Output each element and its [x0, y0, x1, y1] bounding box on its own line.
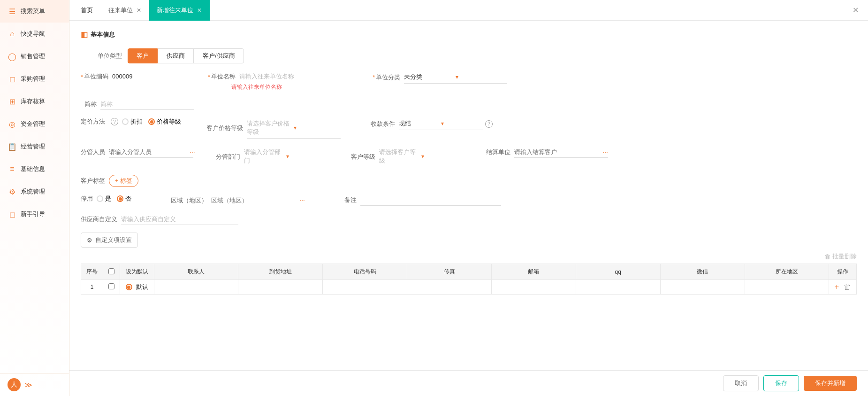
tab-contacts-close[interactable]: ✕ — [137, 7, 141, 14]
radio-circle-price-level — [148, 118, 155, 125]
unit-category-dropdown[interactable]: 未分类 ▾ — [404, 71, 507, 84]
search-menu-icon: ☰ — [8, 7, 17, 16]
sidebar-item-system[interactable]: ⚙ 系统管理 — [0, 180, 69, 203]
row-region-input[interactable] — [750, 284, 824, 290]
sidebar-item-label: 采购管理 — [21, 75, 45, 83]
default-radio[interactable]: 默认 — [125, 283, 149, 291]
th-fax: 传真 — [407, 264, 492, 280]
sales-icon: ◯ — [8, 52, 17, 61]
unit-category-arrow[interactable]: ▾ — [456, 74, 507, 80]
unit-btn-both[interactable]: 客户/供应商 — [194, 48, 244, 63]
custom-settings-btn[interactable]: ⚙ 自定义项设置 — [81, 233, 138, 248]
disabled-no-radio[interactable]: 否 — [117, 194, 131, 203]
add-row-btn[interactable]: + — [835, 283, 839, 291]
sidebar-item-operations[interactable]: 📋 经营管理 — [0, 135, 69, 158]
operations-icon: 📋 — [8, 142, 17, 151]
short-name-input[interactable] — [100, 99, 194, 110]
notes-input[interactable] — [360, 194, 501, 206]
radio-yes-circle — [97, 195, 103, 202]
fax-input[interactable] — [412, 284, 487, 290]
customer-level-arrow[interactable]: ▾ — [421, 153, 464, 160]
tab-home-label: 首页 — [81, 6, 93, 15]
tab-new-contact-label: 新增往来单位 — [157, 6, 193, 15]
sidebar-item-finance[interactable]: ◎ 资金管理 — [0, 113, 69, 135]
settlement-unit-wrap: ··· — [514, 146, 608, 158]
department-dropdown[interactable]: 请输入分管部门 ▾ — [244, 146, 328, 167]
form-row-disabled: 停用 是 否 区域（地区） — [81, 194, 857, 206]
email-input[interactable] — [496, 284, 571, 290]
pricing-price-level-label: 价格等级 — [157, 117, 181, 126]
department-arrow[interactable]: ▾ — [286, 153, 328, 160]
form-row-supplier-custom: 供应商自定义 — [81, 214, 857, 225]
unit-category-value: 未分类 — [404, 73, 456, 81]
payment-terms-arrow[interactable]: ▾ — [441, 120, 483, 127]
th-phone: 电话号码 — [323, 264, 407, 280]
sidebar-item-label: 新手引导 — [21, 210, 45, 218]
tab-new-contact[interactable]: 新增往来单位 ✕ — [149, 0, 210, 21]
th-default: 设为默认 — [120, 264, 154, 280]
delete-row-btn[interactable]: 🗑 — [844, 283, 851, 291]
tab-home[interactable]: 首页 — [73, 0, 101, 21]
th-index: 序号 — [81, 264, 103, 280]
region-input[interactable] — [211, 197, 297, 204]
pricing-radio-discount[interactable]: 折扣 — [122, 117, 143, 126]
short-name-label: 简称 — [81, 100, 100, 109]
manager-input[interactable] — [109, 148, 188, 155]
wechat-input[interactable] — [665, 284, 740, 290]
sidebar-item-guide[interactable]: ◻ 新手引导 — [0, 203, 69, 225]
field-unit-code: * 单位编码 — [81, 71, 197, 82]
sidebar-item-inventory[interactable]: ⊞ 库存核算 — [0, 90, 69, 113]
pricing-help-icon[interactable]: ? — [111, 118, 118, 125]
sidebar-item-sales[interactable]: ◯ 销售管理 — [0, 45, 69, 68]
payment-terms-value: 现结 — [399, 119, 441, 128]
field-unit-category: * 单位分类 未分类 ▾ — [373, 71, 507, 84]
batch-delete-label: 批量删除 — [832, 252, 857, 261]
add-tag-btn[interactable]: + 标签 — [109, 175, 138, 187]
cancel-button[interactable]: 取消 — [723, 375, 759, 391]
sidebar-item-label: 搜索菜单 — [21, 7, 45, 16]
settlement-unit-input[interactable] — [514, 148, 601, 155]
user-avatar[interactable]: 人 — [8, 378, 21, 391]
disabled-yes-radio[interactable]: 是 — [97, 194, 111, 203]
manager-dots-btn[interactable]: ··· — [188, 148, 195, 155]
select-all-checkbox[interactable] — [108, 268, 114, 274]
payment-terms-dropdown[interactable]: 现结 ▾ — [399, 117, 483, 130]
phone-input[interactable] — [327, 284, 402, 290]
supplier-custom-input[interactable] — [121, 214, 238, 225]
tab-new-contact-close[interactable]: ✕ — [197, 7, 202, 14]
unit-name-label: 单位名称 — [211, 72, 239, 81]
customer-price-arrow[interactable]: ▾ — [294, 124, 341, 131]
settlement-dots-btn[interactable]: ··· — [601, 148, 608, 155]
sidebar-expand-btn[interactable]: ≫ — [24, 380, 32, 389]
row-phone — [323, 280, 407, 295]
guide-icon: ◻ — [8, 210, 17, 219]
row-address — [238, 280, 323, 295]
row-checkbox[interactable] — [108, 283, 114, 289]
save-and-new-button[interactable]: 保存并新增 — [804, 376, 857, 391]
sidebar-item-quick-nav[interactable]: ⌂ 快捷导航 — [0, 23, 69, 45]
inventory-icon: ⊞ — [8, 97, 17, 106]
sidebar-item-purchase[interactable]: ◻ 采购管理 — [0, 68, 69, 90]
row-email — [492, 280, 576, 295]
address-input[interactable] — [243, 284, 318, 290]
batch-delete-btn[interactable]: 🗑 批量删除 — [824, 252, 857, 261]
pricing-radio-price-level[interactable]: 价格等级 — [148, 117, 181, 126]
sidebar-item-basic-info[interactable]: ≡ 基础信息 — [0, 158, 69, 180]
contact-input[interactable] — [159, 284, 234, 290]
unit-btn-supplier[interactable]: 供应商 — [158, 48, 194, 63]
field-manager: 分管人员 ··· — [81, 146, 193, 158]
payment-help-icon[interactable]: ? — [485, 120, 493, 128]
th-checkbox — [103, 264, 120, 280]
sidebar-item-search[interactable]: ☰ 搜索菜单 — [0, 0, 69, 23]
tab-contacts[interactable]: 往来单位 ✕ — [101, 0, 149, 21]
region-dots-btn[interactable]: ··· — [297, 196, 305, 204]
unit-btn-customer[interactable]: 客户 — [128, 48, 158, 63]
customer-level-dropdown[interactable]: 请选择客户等级 ▾ — [379, 146, 464, 167]
close-all-tabs-btn[interactable]: ✕ — [847, 6, 864, 15]
customer-price-level-dropdown[interactable]: 请选择客户价格等级 ▾ — [247, 117, 341, 139]
department-label: 分管部门 — [216, 153, 244, 161]
save-button[interactable]: 保存 — [763, 375, 799, 391]
unit-code-input[interactable] — [112, 71, 197, 82]
qq-input[interactable] — [581, 284, 655, 290]
unit-name-input[interactable] — [239, 71, 343, 82]
